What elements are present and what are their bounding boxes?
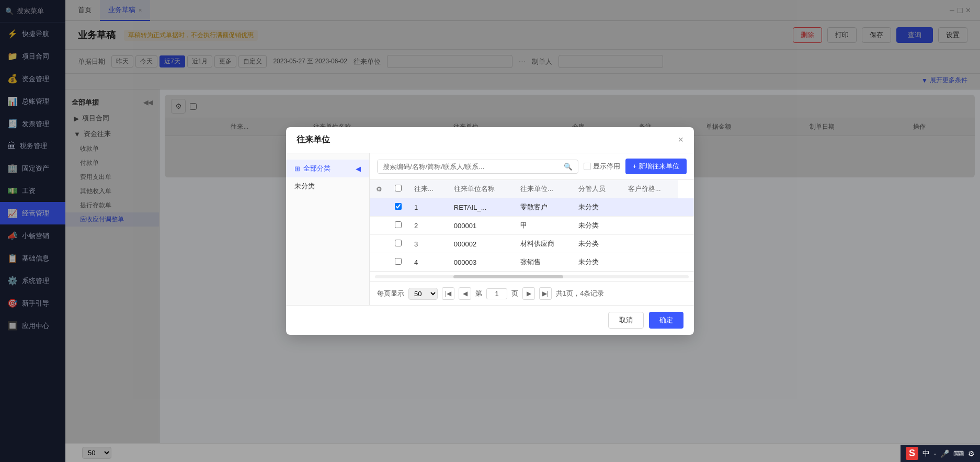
row3-code: 000002 [448, 235, 514, 253]
partner-data-table: ⚙ 往来... 往来单位名称 往来单位... 分管人员 客户价格... [370, 180, 694, 272]
row1-code: RETAIL_... [448, 198, 514, 217]
row4-code: 000003 [448, 253, 514, 272]
th-partner-name: 往来单位名称 [448, 180, 514, 198]
row2-manager [622, 217, 678, 235]
row2-code: 000001 [448, 217, 514, 235]
page-num-input[interactable] [486, 288, 507, 299]
show-disabled-checkbox[interactable] [584, 163, 591, 170]
row1-check[interactable] [389, 198, 408, 217]
th-partner-code: 往来... [408, 180, 448, 198]
cancel-button[interactable]: 取消 [608, 312, 644, 329]
row4-price [678, 253, 694, 272]
row2-price [678, 217, 694, 235]
s-logo-icon: S [906, 447, 918, 460]
row3-icon [370, 235, 389, 253]
horizontal-scrollbar[interactable] [370, 272, 694, 281]
dialog-toolbar: 🔍 显示停用 + 新增往来单位 [370, 153, 694, 180]
partner-row-3[interactable]: 3 000002 材料供应商 未分类 [370, 235, 694, 253]
row1-num: 1 [408, 198, 448, 217]
partner-table-header: ⚙ 往来... 往来单位名称 往来单位... 分管人员 客户价格... [370, 180, 694, 198]
row1-checkbox[interactable] [395, 203, 402, 210]
row3-num: 3 [408, 235, 448, 253]
row2-category: 未分类 [572, 217, 622, 235]
row4-manager [622, 253, 678, 272]
row1-category: 未分类 [572, 198, 622, 217]
row3-name: 材料供应商 [514, 235, 572, 253]
page-num-label: 第 [475, 289, 482, 298]
row3-price [678, 235, 694, 253]
dialog-footer: 取消 确定 [286, 305, 694, 335]
row4-name: 张销售 [514, 253, 572, 272]
row3-checkbox[interactable] [395, 240, 402, 246]
dialog-close-button[interactable]: × [678, 134, 683, 145]
dialog-content: 🔍 显示停用 + 新增往来单位 ⚙ [370, 153, 694, 305]
page-first-button[interactable]: |◀ [442, 287, 454, 300]
partner-row-2[interactable]: 2 000001 甲 未分类 [370, 217, 694, 235]
keyboard-icon: ⌨ [953, 449, 964, 458]
dialog-header: 往来单位 × [286, 127, 694, 153]
search-submit-button[interactable]: 🔍 [559, 160, 578, 173]
page-last-button[interactable]: ▶| [539, 287, 552, 300]
mic-icon: 🎤 [940, 449, 949, 458]
dialog-category-sidebar: ⊞ 全部分类 ◀ 未分类 [286, 153, 370, 305]
row1-price [678, 198, 694, 217]
show-disabled-label[interactable]: 显示停用 [584, 162, 620, 171]
row2-icon [370, 217, 389, 235]
category-all[interactable]: ⊞ 全部分类 ◀ [286, 160, 369, 177]
row2-checkbox[interactable] [395, 221, 402, 228]
th-check [389, 180, 408, 198]
th-manager: 分管人员 [572, 180, 622, 198]
confirm-button[interactable]: 确定 [649, 312, 683, 329]
row1-manager [622, 198, 678, 217]
partner-table: ⚙ 往来... 往来单位名称 往来单位... 分管人员 客户价格... [370, 180, 694, 272]
scrollbar-thumb [453, 275, 563, 278]
row3-manager [622, 235, 678, 253]
partner-row-4[interactable]: 4 000003 张销售 未分类 [370, 253, 694, 272]
grid-icon: ⊞ [294, 165, 300, 173]
row4-num: 4 [408, 253, 448, 272]
row2-num: 2 [408, 217, 448, 235]
row1-name: 零散客户 [514, 198, 572, 217]
page-total: 共1页，4条记录 [556, 289, 604, 298]
page-prev-button[interactable]: ◀ [459, 287, 471, 300]
row2-check[interactable] [389, 217, 408, 235]
dialog-body: ⊞ 全部分类 ◀ 未分类 🔍 显示停用 [286, 153, 694, 305]
modal-overlay: 往来单位 × ⊞ 全部分类 ◀ 未分类 [0, 0, 980, 462]
page-next-button[interactable]: ▶ [522, 287, 535, 300]
zh-icon: 中 [922, 449, 930, 458]
taskbar-icons: S 中 · 🎤 ⌨ ⚙ [901, 445, 980, 462]
row3-category: 未分类 [572, 235, 622, 253]
row4-checkbox[interactable] [395, 258, 402, 265]
category-unclassified[interactable]: 未分类 [286, 177, 369, 195]
add-partner-button[interactable]: + 新增往来单位 [625, 159, 687, 174]
collapse-sidebar-btn[interactable]: ◀ [356, 165, 361, 173]
row4-icon [370, 253, 389, 272]
th-partner-category: 往来单位... [514, 180, 572, 198]
partner-search-input[interactable] [378, 160, 559, 173]
row1-icon [370, 198, 389, 217]
partner-select-all[interactable] [395, 185, 402, 191]
per-page-label: 每页显示 [377, 289, 404, 298]
row3-check[interactable] [389, 235, 408, 253]
per-page-select[interactable]: 50 100 [408, 288, 438, 300]
partner-row-1[interactable]: 1 RETAIL_... 零散客户 未分类 [370, 198, 694, 217]
dialog-pagination: 每页显示 50 100 |◀ ◀ 第 页 ▶ ▶| 共1页，4条记录 [370, 281, 694, 305]
search-box: 🔍 [377, 160, 578, 174]
page-unit-label: 页 [511, 289, 518, 298]
row2-name: 甲 [514, 217, 572, 235]
row4-check[interactable] [389, 253, 408, 272]
th-icon: ⚙ [370, 180, 389, 198]
dot-icon: · [934, 449, 936, 458]
settings-small-icon: ⚙ [968, 449, 975, 458]
partner-dialog: 往来单位 × ⊞ 全部分类 ◀ 未分类 [286, 127, 694, 335]
th-price-grade: 客户价格... [622, 180, 678, 198]
row4-category: 未分类 [572, 253, 622, 272]
dialog-title: 往来单位 [297, 134, 330, 145]
